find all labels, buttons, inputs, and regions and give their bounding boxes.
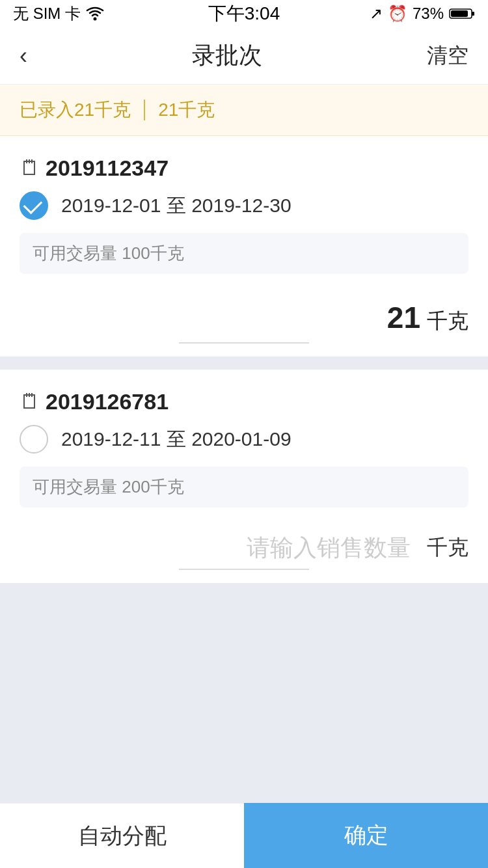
- auto-distribute-button[interactable]: 自动分配: [0, 803, 244, 868]
- svg-rect-2: [472, 12, 474, 16]
- batch1-date-range: 2019-12-01 至 2019-12-30: [61, 193, 291, 219]
- back-button[interactable]: ‹: [20, 42, 27, 70]
- confirm-button[interactable]: 确定: [244, 803, 488, 868]
- batch1-number: 2019112347: [46, 156, 169, 181]
- svg-rect-3: [451, 10, 468, 17]
- batch1-amount-unit: 千克: [427, 307, 468, 336]
- status-bar: 无 SIM 卡 下午3:04 ↗ ⏰ 73%: [0, 0, 488, 27]
- sim-label: 无 SIM 卡: [13, 3, 81, 24]
- batch2-icon: 🗒: [20, 390, 40, 414]
- batch2-header: 🗒 2019126781: [20, 389, 468, 414]
- batch2-avail-box: 可用交易量 200千克: [20, 467, 468, 508]
- section-divider: [0, 357, 488, 370]
- battery-icon: [449, 7, 475, 20]
- batch2-input-row: 千克: [0, 521, 488, 569]
- batch2-date-row: 2019-12-11 至 2020-01-09: [20, 425, 468, 454]
- batch1-amount-row: 21 千克: [0, 287, 488, 342]
- info-value: 21千克: [158, 98, 215, 122]
- bottom-bar: 自动分配 确定: [0, 803, 488, 868]
- batch2-avail-text: 可用交易量 200千克: [33, 477, 184, 496]
- batch2-input-unit: 千克: [427, 534, 468, 562]
- batch1-avail-text: 可用交易量 100千克: [33, 243, 184, 263]
- batch2-qty-input[interactable]: [20, 534, 420, 562]
- batch1-amount-value: 21: [387, 300, 420, 335]
- batch1-header: 🗒 2019112347: [20, 156, 468, 181]
- battery-label: 73%: [413, 5, 444, 23]
- batch1-avail-box: 可用交易量 100千克: [20, 233, 468, 274]
- svg-point-0: [94, 18, 97, 21]
- alarm-icon: ⏰: [388, 5, 407, 23]
- batch2-date-range: 2019-12-11 至 2020-01-09: [61, 426, 291, 453]
- status-right: ↗ ⏰ 73%: [370, 5, 475, 23]
- wifi-icon: [86, 7, 104, 21]
- batch2-radio[interactable]: [20, 425, 48, 454]
- status-left: 无 SIM 卡: [13, 3, 104, 24]
- page-title: 录批次: [192, 40, 262, 72]
- batch1-card: 🗒 2019112347 2019-12-01 至 2019-12-30 可用交…: [0, 136, 488, 287]
- batch2-card: 🗒 2019126781 2019-12-11 至 2020-01-09 可用交…: [0, 370, 488, 521]
- location-icon: ↗: [370, 5, 383, 23]
- nav-bar: ‹ 录批次 清空: [0, 27, 488, 85]
- clear-button[interactable]: 清空: [427, 42, 468, 70]
- info-divider: [144, 100, 145, 120]
- info-recorded-label: 已录入21千克: [20, 98, 131, 122]
- batch1-icon: 🗒: [20, 156, 40, 180]
- batch1-radio[interactable]: [20, 191, 48, 220]
- status-time: 下午3:04: [208, 1, 280, 26]
- info-banner: 已录入21千克 21千克: [0, 85, 488, 136]
- batch1-divider: [179, 342, 309, 344]
- batch1-date-row: 2019-12-01 至 2019-12-30: [20, 191, 468, 220]
- batch2-input-underline: [179, 569, 309, 570]
- batch2-number: 2019126781: [46, 389, 169, 414]
